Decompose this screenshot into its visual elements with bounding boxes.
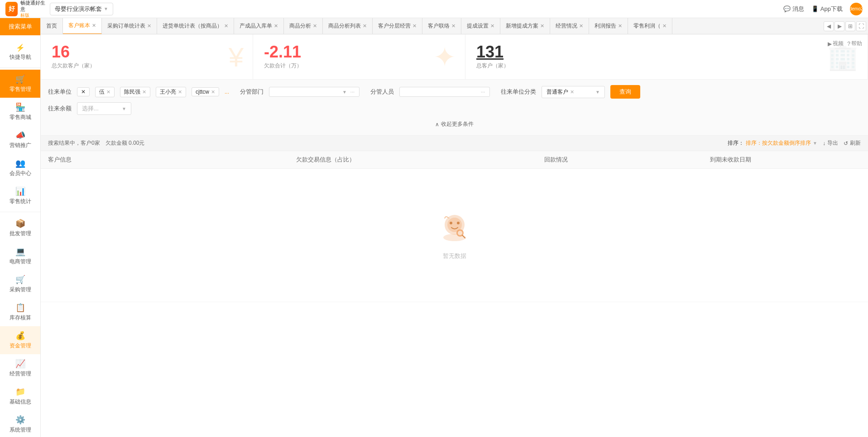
sidebar-item-marketing[interactable]: 📣 营销推广 [0,126,40,154]
enterprise-selector[interactable]: 母婴行业演示帐套 ▼ [50,3,113,15]
ecommerce-icon: 💻 [15,247,25,256]
tab-close-add-commission[interactable]: ✕ [540,23,544,29]
category-tag-close[interactable]: ✕ [570,89,574,95]
results-right: 排序： 排序：按欠款金额倒序排序 ▼ ↓ 导出 ↺ 刷新 [728,139,861,147]
sidebar-item-purchase[interactable]: 🛒 采购管理 [0,270,40,298]
sidebar-item-wholesale[interactable]: 📦 批发管理 [0,214,40,242]
tab-customer-layer[interactable]: 客户分层经营 ✕ [373,18,422,34]
sidebar-item-retail[interactable]: 🛒 零售管理 [0,70,40,98]
collapse-icon: ∧ [435,121,439,128]
tab-close-profit[interactable]: ✕ [618,23,622,29]
tab-purchase-stats[interactable]: 采购订单统计表 ✕ [102,18,157,34]
sidebar-item-basic[interactable]: 📁 基础信息 [0,382,40,410]
sidebar-search[interactable]: 搜索菜单 [0,18,40,35]
tab-business[interactable]: 经营情况 ✕ [550,18,589,34]
export-button[interactable]: ↓ 导出 [823,139,838,147]
tab-close-layer[interactable]: ✕ [412,23,417,29]
sidebar-item-operations[interactable]: 📈 经营管理 [0,354,40,382]
tab-close-product[interactable]: ✕ [274,23,278,29]
logo-area: 好 畅捷通好生意 标版 [5,0,46,18]
tab-add-commission[interactable]: 新增提成方案 ✕ [500,18,550,34]
sidebar-item-finance[interactable]: 💰 资金管理 [0,326,40,354]
person-select[interactable]: ··· [399,87,490,97]
tab-home[interactable]: 首页 [41,18,63,34]
filter-tag-wang: 王小亮 ✕ [156,87,186,97]
tab-fullscreen-button[interactable]: ⛶ [856,21,866,31]
tab-close-commission[interactable]: ✕ [490,23,494,29]
logo-text: 畅捷通好生意 标版 [20,0,46,18]
tab-product-analysis-list[interactable]: 商品分析列表 ✕ [323,18,373,34]
tab-close-goods[interactable]: ✕ [224,23,228,29]
sidebar-item-member[interactable]: 👥 会员中心 [0,154,40,182]
member-icon: 👥 [15,158,25,168]
sidebar-item-shop[interactable]: 🏪 零售商城 [0,98,40,126]
stat-bg-icon-2: ✦ [433,41,456,73]
video-button[interactable]: ▶ 视频 [828,40,844,48]
col-customer-info: 客户信息 [41,151,289,169]
tab-prev-button[interactable]: ◀ [824,21,834,31]
message-icon: 💬 [783,5,791,12]
tab-product-analysis[interactable]: 商品分析 ✕ [284,18,323,34]
sort-select[interactable]: 排序： 排序：按欠款金额倒序排序 ▼ [728,139,817,147]
category-select[interactable]: 普通客户 ✕ ▼ [542,86,605,98]
tab-close-purchase[interactable]: ✕ [147,23,151,29]
tab-product-in[interactable]: 产成品入库单 ✕ [234,18,284,34]
tab-close-contact[interactable]: ✕ [451,23,456,29]
tag-close-wang[interactable]: ✕ [178,89,182,95]
tab-retail-profit[interactable]: 零售利润（ ✕ [628,18,672,34]
sidebar-item-inventory[interactable]: 📋 库存核算 [0,298,40,326]
filter-row-2: 往来余额 选择... ▼ [48,102,861,115]
sidebar-item-stats[interactable]: 📊 零售统计 [0,182,40,210]
stat-content-3: 131 总客户（家） [476,44,509,70]
filter-tag-chen: 陈民强 ✕ [120,87,150,97]
message-button[interactable]: 💬 消息 [783,5,804,13]
avatar[interactable]: demo2 [850,3,863,15]
help-button[interactable]: ? 帮助 [847,40,862,48]
sidebar-item-ecommerce[interactable]: 💻 电商管理 [0,242,40,270]
tab-close-product-analysis[interactable]: ✕ [313,23,317,29]
tab-account-book[interactable]: 客户账本 ✕ [63,18,102,34]
tag-close-wu[interactable]: ✕ [106,89,110,95]
tab-close-account-book[interactable]: ✕ [92,23,96,28]
stat-actions: ▶ 视频 ? 帮助 [828,40,862,48]
collapse-button[interactable]: ∧ 收起更多条件 [432,119,477,130]
stat-label-customers2: 总客户（家） [476,62,509,70]
tab-bar: 首页 客户账本 ✕ 采购订单统计表 ✕ 进货单统计表（按商品） ✕ 产成品入库单… [41,18,868,34]
tab-close-business[interactable]: ✕ [579,23,583,29]
tab-expand-button[interactable]: ⊞ [845,21,855,31]
tab-close-retail[interactable]: ✕ [662,23,667,29]
filter-tag-cj: cjttcw ✕ [192,87,219,96]
stat-total-customers: ¥ 16 总欠款客户（家） [41,34,253,79]
sidebar-nav: ⚡ 快捷导航 🛒 零售管理 🏪 零售商城 📣 营销推广 👥 会员中心 📊 [0,35,40,437]
help-icon: ? [847,41,850,47]
category-chevron-icon: ▼ [595,90,600,95]
balance-label: 往来余额 [48,104,72,113]
system-icon: ⚙️ [15,415,25,425]
sidebar-divider [0,67,40,68]
finance-icon: 💰 [15,331,25,341]
tag-close-cj[interactable]: ✕ [211,89,215,95]
refresh-button[interactable]: ↺ 刷新 [844,139,861,147]
tag-close-chen[interactable]: ✕ [142,89,146,95]
balance-chevron-icon: ▼ [122,106,126,111]
marketing-icon: 📣 [15,130,25,140]
sidebar-item-system[interactable]: ⚙️ 系统管理 [0,410,40,437]
dept-select[interactable]: ▼ ··· [269,87,360,97]
tab-next-button[interactable]: ▶ [834,21,844,31]
more-tags-button[interactable]: ... [225,89,229,95]
tab-customer-contact[interactable]: 客户联络 ✕ [422,18,461,34]
col-debt-info: 欠款交易信息（占比） [289,151,537,169]
filter-row-1: 往来单位 ✕ 伍 ✕ 陈民强 ✕ 王小亮 ✕ [48,85,861,99]
tab-profit[interactable]: 利润报告 ✕ [589,18,628,34]
query-button[interactable]: 查询 [610,85,640,99]
app-download-button[interactable]: 📱 App下载 [811,5,843,13]
col-repayment: 回款情况 [537,151,702,169]
tab-close-list[interactable]: ✕ [363,23,367,29]
stat-number-debt: -2.11 [264,44,302,60]
category-tag-normal: 普通客户 ✕ [547,88,574,96]
tab-commission-settings[interactable]: 提成设置 ✕ [461,18,500,34]
tab-goods-stats[interactable]: 进货单统计表（按商品） ✕ [157,18,234,34]
balance-select[interactable]: 选择... ▼ [77,102,131,115]
results-left: 搜索结果中，客户0家 欠款金额 0.00元 [48,139,144,147]
dept-chevron-icon: ▼ [342,90,347,95]
